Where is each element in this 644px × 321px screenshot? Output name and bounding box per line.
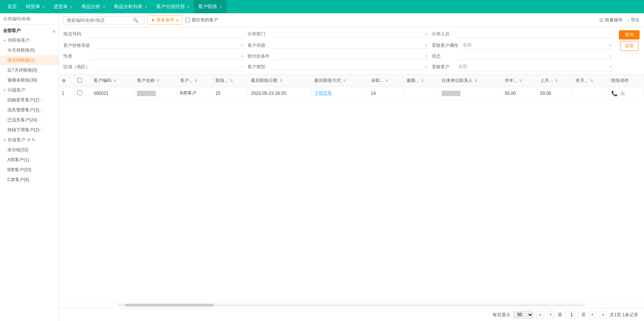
filter-dept-select[interactable]: ∨ <box>273 31 429 38</box>
sidebar-item-week-contact[interactable]: 近7天待联络(0) <box>0 65 59 75</box>
close-icon[interactable]: × <box>103 4 105 9</box>
filter-payment-select[interactable]: ∨ <box>273 53 429 59</box>
filter-nature-label: 性质 <box>63 53 85 59</box>
nav-item-analysis[interactable]: 商品分析 × <box>77 0 109 13</box>
sidebar-item-declining[interactable]: 持续下滑客户(2) ? <box>0 125 59 135</box>
action-grid-icon[interactable]: ⊞ <box>620 90 625 96</box>
edit-icon[interactable]: ✎ <box>32 138 35 142</box>
sidebar-item-c-class[interactable]: C类客户(6) <box>0 175 59 185</box>
sidebar-item-churned[interactable]: 已流失客户(24) ? <box>0 115 59 125</box>
sidebar-item-tomorrow-contact[interactable]: 明天待联络(1) <box>0 55 59 65</box>
first-page-btn[interactable]: « <box>536 311 544 318</box>
my-customer-checkbox[interactable] <box>185 18 190 23</box>
setting-button[interactable]: 设置 <box>620 41 638 51</box>
filter-price-level-select[interactable]: ∨ <box>93 42 245 49</box>
my-customer-label: 我分管的客户 <box>192 17 218 23</box>
filter-retail-attr-select[interactable]: 全部 ∨ <box>461 41 613 50</box>
filter-status-select[interactable]: ∨ <box>457 53 613 59</box>
filter-more-btn[interactable]: ▼ 更多条件 ∧ <box>147 15 182 25</box>
cell-last-method: 下销货单 <box>311 87 368 100</box>
select-all-checkbox[interactable] <box>77 78 82 83</box>
last-method-link[interactable]: 下销货单 <box>314 90 332 96</box>
sidebar-item-repurchase-abnormal[interactable]: 回购异常客户(2) ? <box>0 95 59 105</box>
dots-icon[interactable]: ··· <box>608 31 612 37</box>
sidebar-item-churn-warning[interactable]: 流失预警客户(3) ? <box>0 105 59 115</box>
close-icon[interactable]: × <box>145 4 147 9</box>
next-page-btn[interactable]: > <box>589 311 596 318</box>
sidebar-item-b-class[interactable]: B类客户(33) <box>0 165 59 175</box>
help-icon: ? <box>41 128 43 132</box>
action-icons: 📞 ⊞ <box>611 90 641 96</box>
last-page-btn[interactable]: » <box>599 311 607 318</box>
col-type[interactable]: 客户... ⇅ <box>177 75 212 87</box>
group-pending-contact[interactable]: 待联络客户 <box>0 35 59 45</box>
nav-item-home[interactable]: 首页 <box>3 0 21 13</box>
col-overdue[interactable]: 逾期... ⇅ <box>403 75 438 87</box>
filter-manager-select[interactable]: ··· <box>457 30 613 38</box>
dots-icon[interactable]: ··· <box>239 64 243 69</box>
filter-row-1: 电话号码 分管部门 ∨ 分管人员 <box>63 30 613 38</box>
filter-manager: 分管人员 ··· <box>432 30 613 38</box>
group-value-customers[interactable]: 价值客户 ↺ ✎ <box>0 135 59 145</box>
nav-item-analysis-list[interactable]: 商品分析列表 × <box>109 0 151 13</box>
col-contact-person[interactable]: 往来单位联系人 ⇅ <box>438 75 501 87</box>
filter-retail-attr-label: 零散客户属性 <box>432 42 458 49</box>
sidebar-item-overdue-contact[interactable]: 逾期未联络(30) <box>0 75 59 85</box>
col-this-year[interactable]: 本年... ⇅ <box>501 75 537 87</box>
close-icon[interactable]: × <box>70 4 72 9</box>
col-contact-count[interactable]: 联络... ⇅ <box>213 75 248 87</box>
collapse-icon[interactable]: « <box>53 28 56 34</box>
nav-item-customer-contact[interactable]: 客户联络 × <box>194 0 226 13</box>
close-icon[interactable]: × <box>220 4 222 9</box>
refresh-icon[interactable]: ↺ <box>27 138 30 142</box>
col-last-date[interactable]: 最后联络日期 ⇅ <box>248 75 311 87</box>
chevron-down-icon: ∨ <box>609 54 612 58</box>
sidebar-item-a-class[interactable]: A类客户(1) <box>0 155 59 165</box>
sidebar-search-input[interactable] <box>3 16 58 21</box>
filter-customer-type-select[interactable]: ∨ <box>273 63 429 70</box>
help-icon: ? <box>41 108 43 113</box>
col-name[interactable]: 客户名称 ⇅ <box>134 75 177 87</box>
col-uncontacted[interactable]: 未联... ⇅ <box>368 75 403 87</box>
my-customer-checkbox-label[interactable]: 我分管的客户 <box>185 17 218 23</box>
sort-icon: ⇅ <box>113 79 116 83</box>
action-phone-icon[interactable]: 📞 <box>611 90 617 96</box>
col-last-method[interactable]: 最后联络方式 ⇅ <box>311 75 368 87</box>
checkbox-icon: ☑ <box>599 18 603 23</box>
prev-page-btn[interactable]: < <box>547 311 555 318</box>
close-icon[interactable]: × <box>42 4 45 9</box>
filter-retail-customer-value: 全部 <box>458 63 609 70</box>
filter-customer-level: 客户等级 ∨ <box>248 42 429 49</box>
filter-nature-select[interactable]: ∨ <box>88 53 245 59</box>
sidebar-item-today-contact[interactable]: 今天待联络(0) <box>0 45 59 55</box>
toolbar-search-input[interactable] <box>67 18 133 23</box>
close-icon[interactable]: × <box>187 4 189 9</box>
scrollbar-thumb[interactable] <box>125 304 214 307</box>
group-problem-customers[interactable]: 问题客户 <box>0 85 59 95</box>
sidebar-item-ungrouped[interactable]: 未分组(32) <box>0 145 59 155</box>
export-btn[interactable]: ↑ 导出 <box>627 17 640 23</box>
filter-retail-customer-select[interactable]: 全部 ∨ <box>457 62 613 71</box>
col-last-month[interactable]: 上月... ⇅ <box>537 75 573 87</box>
page-number-input[interactable] <box>565 311 578 318</box>
filter-actions: 查询 设置 <box>619 30 640 71</box>
toolbar-search-icon[interactable]: 🔍 <box>133 18 139 23</box>
gear-icon[interactable]: ⚙ <box>62 78 66 83</box>
row-checkbox[interactable] <box>77 90 82 95</box>
filter-region-select[interactable]: ··· <box>93 63 245 71</box>
col-code[interactable]: 客户编码 ⇅ <box>91 75 134 87</box>
col-this-month[interactable]: 本月... ⇅ <box>573 75 608 87</box>
nav-item-sales[interactable]: 销货单 × <box>21 0 49 13</box>
sort-icon: ⇅ <box>230 79 233 83</box>
query-button[interactable]: 查询 <box>619 30 640 39</box>
nav-item-customer-tier[interactable]: 客户分层经营 × <box>152 0 194 13</box>
sort-icon: ⇅ <box>385 79 388 83</box>
batch-op-btn[interactable]: ☑ 批量操作 <box>599 17 623 23</box>
per-page-select[interactable]: 50 100 200 <box>513 311 533 319</box>
col-gear[interactable]: ⚙ <box>59 75 74 87</box>
toolbar: 🔍 ▼ 更多条件 ∧ 我分管的客户 ☑ 批量操作 ↑ 导出 <box>59 13 644 27</box>
filter-customer-type-label: 客户类型 <box>248 64 270 70</box>
nav-item-purchase[interactable]: 进货单 × <box>49 0 77 13</box>
filter-customer-level-select[interactable]: ∨ <box>273 42 429 49</box>
filter-phone-input[interactable] <box>88 30 245 38</box>
